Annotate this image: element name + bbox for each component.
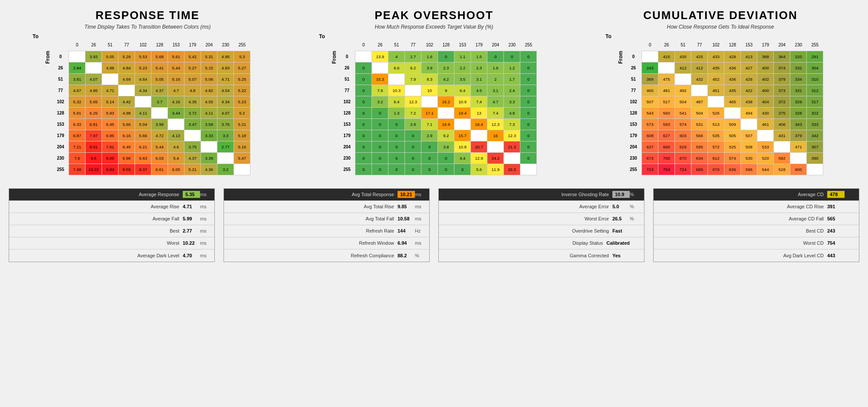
display-status-label: Display Status bbox=[442, 240, 606, 246]
worst-unit: ms bbox=[200, 240, 211, 246]
avg-dark-row: Average Dark Level 4.70 ms bbox=[9, 249, 214, 262]
avg-cd-value: 478 bbox=[827, 191, 845, 198]
avg-rise-value: 4.71 bbox=[183, 204, 200, 209]
avg-response-row: Average Response 5.35 ms bbox=[9, 189, 214, 201]
refresh-compliance-row: Refresh Compliance 88.2 % bbox=[224, 249, 429, 262]
worst-cd-value: 754 bbox=[827, 240, 845, 246]
refresh-rate-label: Refresh Rate bbox=[227, 228, 398, 233]
table-row: 013.942.71.601.11.5000 bbox=[339, 51, 537, 62]
avg-dark-cd-row: Avg Dark Level CD 443 bbox=[654, 249, 859, 262]
rt-heatmap: From026517710212815317920423025503.935.0… bbox=[45, 39, 251, 175]
best-cd-value: 243 bbox=[827, 228, 845, 233]
avg-rise-unit: ms bbox=[200, 204, 211, 209]
from-label: From bbox=[618, 51, 624, 64]
table-row: 1285.916.255.934.984.113.443.724.114.075… bbox=[53, 107, 250, 118]
table-row: 179608627603566535505507431379342 bbox=[625, 130, 823, 141]
worst-error-unit: % bbox=[630, 216, 641, 221]
avg-dark-cd-value: 443 bbox=[827, 253, 845, 258]
refresh-compliance-label: Refresh Compliance bbox=[227, 253, 398, 258]
avg-cd-label: Average CD bbox=[657, 192, 827, 197]
avg-total-fall-label: Avg Total Fall bbox=[227, 216, 398, 221]
inverse-ghosting-label: Inverse Ghosting Rate bbox=[442, 192, 612, 197]
table-row: 513.814.074.694.645.055.165.075.064.715.… bbox=[53, 73, 250, 85]
avg-dark-value: 4.70 bbox=[183, 253, 200, 258]
main-container: RESPONSE TIME Time Display Takes To Tran… bbox=[9, 9, 859, 262]
table-row: 102507517504487465438404372329317 bbox=[625, 96, 823, 107]
table-row: 25500000005.611.926.5 bbox=[339, 164, 537, 175]
response-time-subtitle: Time Display Takes To Transition Between… bbox=[85, 24, 211, 30]
avg-total-unit: ms bbox=[415, 192, 426, 197]
avg-dark-cd-label: Avg Dark Level CD bbox=[657, 253, 827, 258]
gamma-corrected-label: Gamma Corrected bbox=[442, 253, 612, 258]
worst-row: Worst 10.22 ms bbox=[9, 237, 214, 249]
table-row: 1025.325.655.144.423.74.164.354.554.345.… bbox=[53, 96, 250, 107]
avg-fall-value: 5.99 bbox=[183, 216, 200, 221]
cd-stats-block: Average CD 478 Average CD Rise 391 Avera… bbox=[653, 188, 859, 262]
best-cd-label: Best CD bbox=[657, 228, 827, 233]
table-row: 2606.66.23.92.32.22.31.61.20 bbox=[339, 62, 537, 73]
inverse-ghosting-value: 10.9 bbox=[612, 191, 630, 198]
table-row: 51389475432452436426402379334310 bbox=[625, 73, 823, 85]
heatmap-table: 0265177102128153179204230255013.942.71.6… bbox=[339, 39, 537, 175]
po-heatmap: From0265177102128153179204230255013.942.… bbox=[331, 39, 537, 175]
best-unit: ms bbox=[200, 228, 211, 233]
table-row: 26243412412435436427400374332304 bbox=[625, 62, 823, 73]
heatmap-table: 0265177102128153179204230255041543042543… bbox=[625, 39, 824, 175]
avg-cd-row: Average CD 478 bbox=[654, 189, 859, 201]
refresh-compliance-unit: % bbox=[415, 253, 426, 258]
gamma-corrected-row: Gamma Corrected Yes bbox=[439, 249, 644, 262]
avg-error-label: Average Error bbox=[442, 204, 612, 209]
peak-overshoot-title: PEAK OVERSHOOT bbox=[375, 9, 493, 22]
inverse-ghosting-row: Inverse Ghosting Rate 10.9 % bbox=[439, 189, 644, 201]
response-time-section: RESPONSE TIME Time Display Takes To Tran… bbox=[9, 9, 286, 175]
refresh-rate-value: 144 bbox=[398, 228, 415, 233]
table-row: 7707.910.31096.44.53.12.40 bbox=[339, 85, 537, 96]
table-row: 2047.218.917.816.496.215.444.63.752.775.… bbox=[53, 141, 250, 152]
table-row: 0415430425433428413388364320291 bbox=[625, 51, 823, 62]
avg-total-fall-unit: ms bbox=[415, 216, 426, 221]
overdrive-label: Overdrive Setting bbox=[442, 228, 612, 233]
best-label: Best bbox=[13, 228, 183, 233]
table-row: 1536.336.816.455.665.043.993.473.583.765… bbox=[53, 118, 250, 130]
cumulative-deviation-title: CUMULATIVE DEVIATION bbox=[643, 9, 797, 22]
avg-fall-row: Average Fall 5.99 ms bbox=[9, 213, 214, 225]
table-row: 230673700670634612574530520582390 bbox=[625, 152, 823, 164]
table-row: 1530002.87.116.916.412.37.30 bbox=[339, 118, 537, 130]
refresh-rate-unit: Hz bbox=[415, 228, 426, 233]
worst-error-label: Worst Error bbox=[442, 216, 612, 221]
to-label-po: To bbox=[319, 33, 325, 39]
avg-total-rise-label: Avg Total Rise bbox=[227, 204, 398, 209]
avg-total-rise-value: 9.85 bbox=[398, 204, 415, 209]
avg-total-fall-row: Avg Total Fall 10.58 ms bbox=[224, 213, 429, 225]
table-row: 128001.37.217.119.4137.44.80 bbox=[339, 107, 537, 118]
avg-total-fall-value: 10.58 bbox=[398, 216, 415, 221]
avg-cd-fall-row: Average CD Fall 565 bbox=[654, 213, 859, 225]
table-row: 153573593574531513509461406343333 bbox=[625, 118, 823, 130]
inverse-ghosting-unit: % bbox=[630, 192, 641, 197]
table-row: 2557.9810.229.848.598.376.616.055.214.36… bbox=[53, 164, 250, 175]
avg-response-value: 5.35 bbox=[183, 191, 200, 198]
table-row: 03.935.055.295.535.685.615.425.314.955.3 bbox=[53, 51, 250, 62]
worst-label: Worst bbox=[13, 240, 183, 246]
avg-rise-row: Average Rise 4.71 ms bbox=[9, 201, 214, 213]
worst-value: 10.22 bbox=[183, 240, 200, 246]
worst-cd-row: Worst CD 754 bbox=[654, 237, 859, 249]
cd-heatmap: From026517710212815317920423025504154304… bbox=[618, 39, 824, 175]
avg-error-row: Average Error 5.0 % bbox=[439, 201, 644, 213]
response-time-title: RESPONSE TIME bbox=[95, 9, 200, 22]
avg-fall-unit: ms bbox=[200, 216, 211, 221]
best-value: 2.77 bbox=[183, 228, 200, 233]
table-row: 255723754724689670636596544528600 bbox=[625, 164, 823, 175]
table-row: 204000003.810.820.721.30 bbox=[339, 141, 537, 152]
table-row: 17900002.99.215.71612.30 bbox=[339, 130, 537, 141]
table-row: 262.844.884.845.235.415.445.275.154.835.… bbox=[53, 62, 250, 73]
to-label-cd: To bbox=[605, 33, 612, 39]
avg-fall-label: Average Fall bbox=[13, 216, 183, 221]
avg-total-rise-row: Avg Total Rise 9.85 ms bbox=[224, 201, 429, 213]
avg-rise-label: Average Rise bbox=[13, 204, 183, 209]
best-cd-row: Best CD 243 bbox=[654, 225, 859, 237]
avg-response-unit: ms bbox=[200, 192, 211, 197]
avg-dark-label: Average Dark Level bbox=[13, 253, 183, 258]
refresh-window-row: Refresh Window 6.94 ms bbox=[224, 237, 429, 249]
refresh-window-value: 6.94 bbox=[398, 240, 415, 246]
